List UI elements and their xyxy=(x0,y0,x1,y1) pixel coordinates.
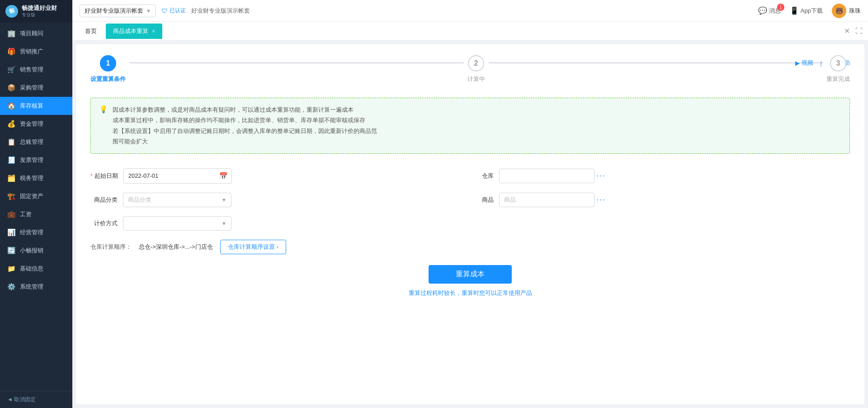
tab-home-label: 首页 xyxy=(85,27,97,35)
warehouse-order-value: 总仓->深圳仓库->...->门店仓 xyxy=(139,243,213,251)
sidebar-label-ledger: 总账管理 xyxy=(20,138,43,146)
sidebar-item-operation[interactable]: 📊 经营管理 xyxy=(0,223,72,242)
app-label: App下载 xyxy=(801,7,823,15)
info-line-1: 因成本计算参数调整，或是对商品成本有疑问时，可以通过成本重算功能，重新计算一遍成… xyxy=(113,104,377,115)
sidebar-item-purchase[interactable]: 📦 采购管理 xyxy=(0,79,72,97)
form-row-3: 计价方式 ▼ xyxy=(90,216,850,231)
form-row-2: 商品分类 商品分类 ▼ 商品 商品 ··· xyxy=(90,193,850,207)
tab-home[interactable]: 首页 xyxy=(78,24,104,39)
sidebar-label-inventory: 库存核算 xyxy=(20,102,43,110)
sidebar-icon-purchase: 📦 xyxy=(7,84,15,92)
sidebar-item-project[interactable]: 🏢 项目顾问 xyxy=(0,24,72,43)
start-date-label: 起始日期 xyxy=(90,172,118,180)
info-box: 💡 因成本计算参数调整，或是对商品成本有疑问时，可以通过成本重算功能，重新计算一… xyxy=(90,98,850,154)
step-3-number: 3 xyxy=(836,59,840,67)
sidebar-icon-basic: 📁 xyxy=(7,265,15,273)
sidebar-item-salary[interactable]: 💼 工资 xyxy=(0,205,72,223)
warehouse-setting-button[interactable]: 仓库计算顺序设置 › xyxy=(220,240,286,254)
start-date-input[interactable] xyxy=(124,169,216,183)
user-name: 珠珠 xyxy=(849,7,861,15)
start-date-input-wrapper[interactable]: 📅 xyxy=(123,168,232,184)
verified-account-name: 好业财专业版演示帐套 xyxy=(191,7,250,15)
recalc-button[interactable]: 重算成本 xyxy=(429,265,512,284)
video-help-button[interactable]: ▶ 视频 xyxy=(795,59,813,67)
sidebar-icon-marketing: 🎁 xyxy=(7,47,15,56)
message-icon: 💬 xyxy=(758,6,767,15)
sidebar-item-expense[interactable]: 🔄 小畅报销 xyxy=(0,242,72,260)
sidebar-item-tax[interactable]: 🗂️ 税务管理 xyxy=(0,169,72,187)
message-button[interactable]: 💬 消息 1 xyxy=(758,6,781,15)
goods-field: 商品 商品 ··· xyxy=(476,193,850,207)
topbar-right: 💬 消息 1 📱 App下载 🐻 珠珠 xyxy=(758,4,861,18)
recalc-hint-text: 重算过程耗时较长，重算时您可以正常使用产品 xyxy=(409,289,532,297)
app-download-button[interactable]: 📱 App下载 xyxy=(790,6,823,15)
verified-label: 已认证 xyxy=(170,7,186,14)
sidebar-item-assets[interactable]: 🏗️ 固定资产 xyxy=(0,187,72,205)
tab-close-icon[interactable]: × xyxy=(152,28,155,34)
tabbar: 首页 商品成本重算 × ✕ ⛶ xyxy=(72,22,868,41)
step-2-label: 计算中 xyxy=(467,75,485,83)
logo-text: 畅 xyxy=(9,7,14,15)
category-select[interactable]: 商品分类 ▼ xyxy=(123,193,231,207)
warehouse-input[interactable] xyxy=(499,169,594,183)
goods-placeholder: 商品 xyxy=(504,196,516,204)
sidebar-label-system: 系统管理 xyxy=(20,283,43,291)
tabbar-right: ✕ ⛶ xyxy=(844,27,863,35)
lightbulb-icon: 💡 xyxy=(99,105,108,147)
close-window-icon[interactable]: ✕ xyxy=(844,27,850,35)
tab-cost-recalc[interactable]: 商品成本重算 × xyxy=(106,24,162,39)
sidebar-icon-invoice: 🧾 xyxy=(7,156,15,164)
sidebar-icon-system: ⚙️ xyxy=(7,283,15,291)
video-label: 视频 xyxy=(802,59,813,67)
pricing-select[interactable]: ▼ xyxy=(123,216,231,231)
sidebar-item-finance[interactable]: 💰 资金管理 xyxy=(0,115,72,133)
calendar-icon[interactable]: 📅 xyxy=(216,172,231,180)
sidebar-label-marketing: 营销推广 xyxy=(20,47,43,56)
sidebar-label-tax: 税务管理 xyxy=(20,174,43,182)
sidebar-item-sales[interactable]: 🛒 销售管理 xyxy=(0,61,72,79)
sidebar-title-sub: 专业版 xyxy=(22,12,57,18)
step-line-2 xyxy=(489,62,823,63)
category-label: 商品分类 xyxy=(90,196,118,204)
sidebar-icon-ledger: 📋 xyxy=(7,138,15,146)
sidebar-item-ledger[interactable]: 📋 总账管理 xyxy=(0,133,72,151)
step-3: 3 重算完成 xyxy=(826,55,850,83)
warehouse-order-row: 仓库计算顺序： 总仓->深圳仓库->...->门店仓 仓库计算顺序设置 › xyxy=(90,240,850,254)
cancel-fixed-button[interactable]: ◄ 取消固定 xyxy=(0,391,72,408)
app-logo-icon: 畅 xyxy=(5,5,18,18)
sidebar-item-system[interactable]: ⚙️ 系统管理 xyxy=(0,278,72,296)
sidebar-icon-salary: 💼 xyxy=(7,210,15,218)
content-area: 1 设置重算条件 2 计算中 3 重算完成 ▶ 视频 xyxy=(76,44,864,404)
sidebar-header: 畅 畅捷通好业财 专业版 xyxy=(0,0,72,23)
step-2: 2 计算中 xyxy=(467,55,485,83)
sidebar-item-inventory[interactable]: 🏠 库存核算 xyxy=(0,97,72,115)
pricing-field: 计价方式 ▼ xyxy=(90,216,850,231)
start-date-field: 起始日期 📅 xyxy=(90,168,465,184)
warehouse-dots-button[interactable]: ··· xyxy=(594,171,608,180)
user-area[interactable]: 🐻 珠珠 xyxy=(832,4,861,18)
sidebar-icon-operation: 📊 xyxy=(7,228,15,237)
shield-icon: 🛡 xyxy=(161,7,168,14)
sidebar-label-basic: 基础信息 xyxy=(20,265,43,273)
sidebar-icon-inventory: 🏠 xyxy=(7,102,15,110)
step-1: 1 设置重算条件 xyxy=(90,55,126,83)
sidebar-item-marketing[interactable]: 🎁 营销推广 xyxy=(0,43,72,61)
account-selector[interactable]: 好业财专业版演示帐套 ▼ xyxy=(80,5,156,17)
step-2-circle: 2 xyxy=(468,55,484,71)
step-line-1 xyxy=(129,62,464,63)
expand-icon[interactable]: ⛶ xyxy=(855,27,863,35)
sidebar-item-invoice[interactable]: 🧾 发票管理 xyxy=(0,151,72,169)
sidebar: 畅 畅捷通好业财 专业版 🏢 项目顾问 🎁 营销推广 🛒 销售管理 📦 采购管理… xyxy=(0,0,72,408)
sidebar-item-basic[interactable]: 📁 基础信息 xyxy=(0,260,72,278)
tab-active-label: 商品成本重算 xyxy=(113,27,148,35)
goods-label: 商品 xyxy=(476,196,494,204)
info-line-2: 成本重算过程中，影响库存账的操作均不能操作，比如进货单、销货单、库存单据不能审核… xyxy=(113,115,377,125)
sidebar-icon-finance: 💰 xyxy=(7,120,15,128)
recalc-button-label: 重算成本 xyxy=(456,270,485,278)
goods-dots-button[interactable]: ··· xyxy=(594,195,608,204)
sidebar-label-salary: 工资 xyxy=(20,210,32,218)
sidebar-icon-assets: 🏗️ xyxy=(7,192,15,200)
sidebar-label-finance: 资金管理 xyxy=(20,120,43,128)
account-name: 好业财专业版演示帐套 xyxy=(85,7,143,15)
form-section: 起始日期 📅 仓库 ··· 商品分类 xyxy=(90,168,850,254)
